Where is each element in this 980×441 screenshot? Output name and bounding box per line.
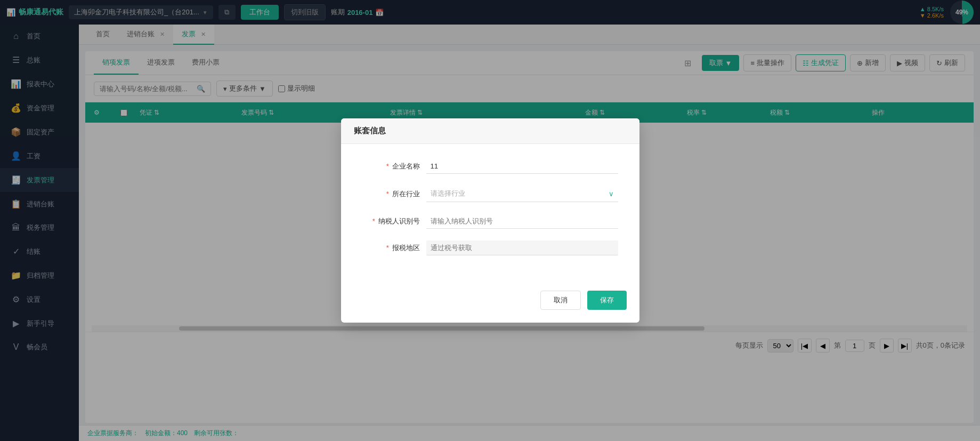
required-star: * bbox=[386, 162, 389, 170]
modal-footer: 取消 保存 bbox=[341, 282, 639, 323]
tax-region-input bbox=[426, 240, 618, 255]
company-name-input[interactable] bbox=[426, 159, 618, 174]
form-row-tax-region: * 报税地区 bbox=[362, 240, 618, 255]
company-name-label: * 企业名称 bbox=[362, 162, 426, 171]
tax-id-input[interactable] bbox=[426, 214, 618, 229]
modal-title: 账套信息 bbox=[341, 118, 639, 144]
modal-overlay: 账套信息 * 企业名称 * 所在行业 请选择行业 ∨ bbox=[0, 0, 980, 441]
account-info-modal: 账套信息 * 企业名称 * 所在行业 请选择行业 ∨ bbox=[341, 118, 639, 323]
industry-label: * 所在行业 bbox=[362, 189, 426, 199]
industry-select[interactable]: 请选择行业 ∨ bbox=[426, 186, 618, 202]
modal-body: * 企业名称 * 所在行业 请选择行业 ∨ * bbox=[341, 144, 639, 282]
required-star: * bbox=[386, 244, 389, 252]
tax-region-label: * 报税地区 bbox=[362, 243, 426, 253]
required-star: * bbox=[386, 190, 389, 198]
chevron-down-icon: ∨ bbox=[609, 190, 614, 198]
save-button[interactable]: 保存 bbox=[587, 291, 627, 310]
form-row-tax-id: * 纳税人识别号 bbox=[362, 214, 618, 229]
required-star: * bbox=[372, 217, 375, 225]
form-row-industry: * 所在行业 请选择行业 ∨ bbox=[362, 186, 618, 202]
industry-placeholder: 请选择行业 bbox=[431, 189, 609, 198]
cancel-button[interactable]: 取消 bbox=[540, 291, 581, 310]
form-row-company-name: * 企业名称 bbox=[362, 159, 618, 174]
tax-id-label: * 纳税人识别号 bbox=[362, 217, 426, 226]
